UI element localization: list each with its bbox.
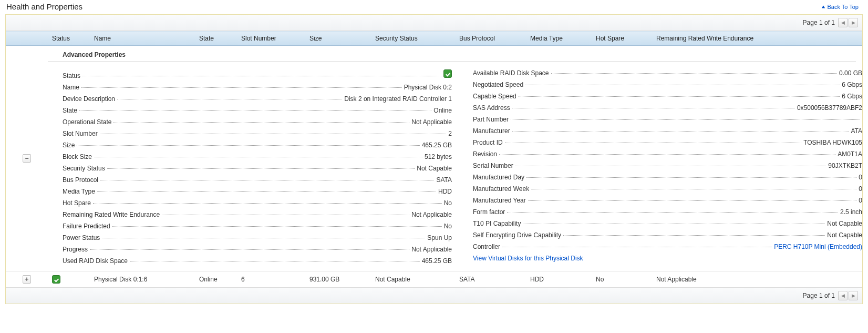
property-value: Disk 2 on Integrated RAID Controller 1 — [344, 95, 452, 103]
property-dots — [525, 85, 840, 85]
property-row: Status — [63, 69, 452, 79]
property-dots — [100, 134, 447, 134]
property-value: HDD — [438, 188, 452, 195]
property-label: Product ID — [473, 139, 503, 146]
check-icon — [52, 275, 60, 284]
property-row: ControllerPERC H710P Mini (Embedded) — [473, 243, 862, 250]
property-label: Slot Number — [63, 130, 98, 137]
property-dots — [100, 180, 434, 180]
property-label: Operational State — [63, 118, 111, 126]
property-row: T10 PI CapabilityNot Capable — [473, 220, 862, 227]
header-media: Media Type — [526, 32, 592, 45]
check-icon — [443, 69, 452, 78]
row-slot: 6 — [237, 272, 305, 287]
advanced-properties-left: StatusNamePhysical Disk 0:2Device Descri… — [63, 69, 452, 265]
property-row: Power StatusSpun Up — [63, 234, 452, 241]
property-row: NamePhysical Disk 0:2 — [63, 84, 452, 91]
property-label: Controller — [473, 243, 500, 250]
back-to-top-label: Back To Top — [827, 4, 859, 10]
property-dots — [519, 96, 840, 97]
back-to-top-link[interactable]: Back To Top — [821, 4, 859, 10]
property-dots — [505, 143, 801, 143]
pager-prev-button[interactable]: ◀ — [838, 18, 848, 27]
property-value: 6 Gbps — [842, 93, 862, 100]
property-label: Bus Protocol — [63, 176, 98, 184]
property-dots — [79, 110, 431, 111]
property-row: Available RAID Disk Space0.00 GB — [473, 69, 862, 77]
row-media: HDD — [526, 272, 592, 287]
property-dots — [515, 166, 826, 166]
property-dots — [113, 122, 409, 123]
property-row: Operational StateNot Applicable — [63, 118, 452, 126]
pager-next-button-bottom[interactable]: ▶ — [849, 291, 858, 300]
header-bus: Bus Protocol — [455, 32, 526, 45]
pager-next-button[interactable]: ▶ — [849, 18, 858, 27]
property-label: Part Number — [473, 116, 509, 123]
header-security: Security Status — [371, 32, 455, 45]
row-state: Online — [195, 272, 237, 287]
row-bus: SATA — [455, 272, 526, 287]
collapse-button[interactable]: − — [23, 154, 31, 163]
pager-text-top: Page 1 of 1 — [803, 19, 835, 26]
property-dots — [107, 168, 415, 169]
property-value: Spun Up — [427, 234, 452, 241]
property-value: Not Applicable — [411, 246, 452, 253]
row-security: Not Capable — [371, 272, 455, 287]
property-value: 90JXTKB2T — [828, 162, 862, 169]
property-label: Status — [63, 72, 80, 79]
property-row: Form factor2.5 inch — [473, 208, 862, 216]
property-label: Manufactured Day — [473, 174, 524, 181]
property-row: Used RAID Disk Space465.25 GB — [63, 257, 452, 265]
property-value: No — [444, 199, 452, 207]
property-value-link[interactable]: PERC H710P Mini (Embedded) — [774, 243, 862, 250]
row-endurance: Not Applicable — [652, 272, 862, 287]
triangle-up-icon — [821, 5, 825, 9]
property-dots — [512, 108, 795, 108]
property-label: Self Encrypting Drive Capability — [473, 231, 561, 239]
property-label: Negotiated Speed — [473, 81, 523, 88]
property-row: Slot Number2 — [63, 130, 452, 137]
property-value — [443, 69, 452, 79]
property-dots — [551, 73, 837, 74]
property-value: 0 — [859, 185, 862, 193]
property-row: Media TypeHDD — [63, 188, 452, 195]
property-label: Failure Predicted — [63, 223, 110, 230]
property-value: 0.00 GB — [839, 69, 862, 77]
header-state: State — [195, 32, 237, 45]
property-row: Product IDTOSHIBA HDWK105 — [473, 139, 862, 146]
property-value: Physical Disk 0:2 — [404, 84, 452, 91]
property-label: Used RAID Disk Space — [63, 257, 128, 265]
property-label: Progress — [63, 246, 88, 253]
property-value: 512 bytes — [425, 153, 452, 160]
property-dots — [130, 261, 420, 261]
advanced-properties-title: Advanced Properties — [48, 46, 856, 62]
header-endurance: Remaining Rated Write Endurance — [652, 32, 862, 45]
property-label: Revision — [473, 150, 497, 158]
property-value: 0 — [859, 174, 862, 181]
property-dots — [499, 154, 835, 155]
property-dots — [93, 203, 442, 204]
property-value: ATA — [851, 127, 862, 135]
property-label: Name — [63, 84, 79, 91]
view-virtual-disks-link[interactable]: View Virtual Disks for this Physical Dis… — [473, 255, 583, 262]
property-row: Failure PredictedNo — [63, 223, 452, 230]
property-dots — [102, 238, 425, 238]
property-row: Manufactured Year0 — [473, 197, 862, 204]
property-label: Manufactured Year — [473, 197, 526, 204]
property-label: Manufacturer — [473, 127, 510, 135]
expand-button[interactable]: + — [23, 275, 31, 284]
property-dots — [563, 235, 825, 236]
property-dots — [97, 191, 436, 192]
property-value: Not Applicable — [411, 211, 452, 218]
pager-top: Page 1 of 1 ◀ ▶ — [6, 15, 862, 31]
property-label: Available RAID Disk Space — [473, 69, 549, 77]
pager-prev-button-bottom[interactable]: ◀ — [838, 291, 848, 300]
property-row: RevisionAM0T1A — [473, 150, 862, 158]
property-value: 6 Gbps — [842, 81, 862, 88]
row-status — [48, 271, 90, 287]
row-size: 931.00 GB — [305, 272, 371, 287]
property-row: Device DescriptionDisk 2 on Integrated R… — [63, 95, 452, 103]
property-value: 465.25 GB — [422, 142, 452, 149]
property-label: SAS Address — [473, 104, 510, 112]
property-row: Serial Number90JXTKB2T — [473, 162, 862, 169]
